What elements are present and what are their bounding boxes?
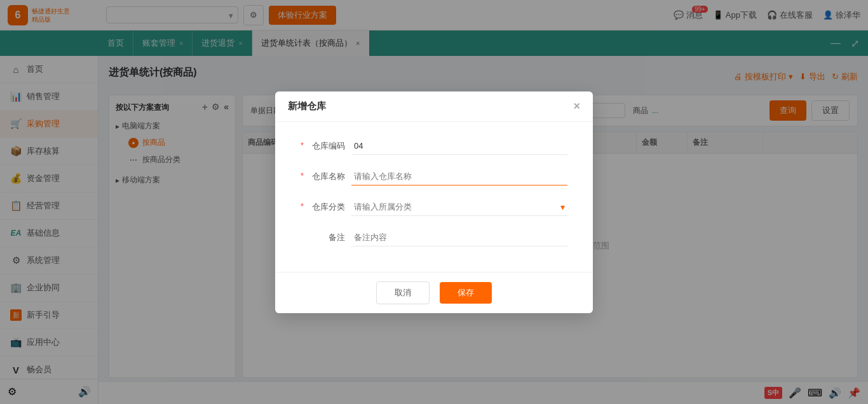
modal-close-icon[interactable]: × <box>573 100 580 112</box>
name-label: 仓库名称 <box>301 171 351 182</box>
modal-title: 新增仓库 <box>288 100 326 112</box>
warehouse-remark-input[interactable] <box>351 229 567 246</box>
add-warehouse-modal: 新增仓库 × 仓库编码 仓库名称 仓库分类 ▾ <box>275 91 593 313</box>
form-row-name: 仓库名称 <box>301 168 567 185</box>
warehouse-code-input[interactable] <box>351 137 567 155</box>
category-dropdown-icon[interactable]: ▾ <box>560 202 565 212</box>
save-button[interactable]: 保存 <box>440 282 492 304</box>
remark-label: 备注 <box>301 232 351 243</box>
form-row-remark: 备注 <box>301 229 567 246</box>
modal-overlay[interactable]: 新增仓库 × 仓库编码 仓库名称 仓库分类 ▾ <box>0 0 868 404</box>
category-select-wrap: ▾ <box>351 198 567 216</box>
form-row-code: 仓库编码 <box>301 137 567 155</box>
modal-header: 新增仓库 × <box>275 91 593 122</box>
warehouse-name-input[interactable] <box>351 168 567 185</box>
category-label: 仓库分类 <box>301 201 351 213</box>
warehouse-category-input[interactable] <box>351 198 567 216</box>
cancel-button[interactable]: 取消 <box>376 281 430 304</box>
code-label: 仓库编码 <box>301 140 351 152</box>
modal-body: 仓库编码 仓库名称 仓库分类 ▾ 备注 <box>275 122 593 272</box>
modal-footer: 取消 保存 <box>275 272 593 313</box>
form-row-category: 仓库分类 ▾ <box>301 198 567 216</box>
